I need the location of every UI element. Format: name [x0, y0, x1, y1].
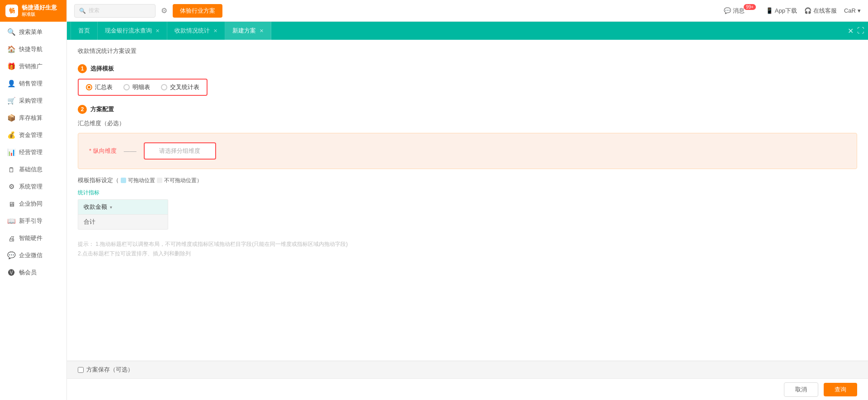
settings-icon[interactable]: ⚙ — [161, 6, 167, 15]
sidebar-item-operations[interactable]: 📊 经营管理 — [0, 144, 66, 161]
tab-home-label: 首页 — [78, 27, 90, 35]
tab-bank-flow-close[interactable]: ✕ — [156, 28, 160, 34]
main-area: 🔍 搜索 ⚙ 体验行业方案 💬 消息 99+ 📱 App下载 🎧 在线客服 Ca… — [67, 0, 868, 400]
sidebar-item-label: 搜索菜单 — [19, 28, 42, 36]
row-dimension-label: * 纵向维度 — [89, 147, 117, 155]
cancel-button[interactable]: 取消 — [784, 382, 818, 397]
sidebar-item-label: 销售管理 — [19, 80, 42, 88]
top-header: 🔍 搜索 ⚙ 体验行业方案 💬 消息 99+ 📱 App下载 🎧 在线客服 Ca… — [67, 0, 868, 22]
radio-detail-label: 明细表 — [132, 83, 150, 91]
sidebar-item-label: 营销推广 — [19, 62, 42, 71]
sidebar: 畅 畅捷通好生意 标准版 🔍 搜索菜单 🏠 快捷导航 🎁 营销推广 👤 销售管理… — [0, 0, 67, 400]
tab-collection-stats[interactable]: 收款情况统计 ✕ — [167, 22, 225, 40]
step1-header: 1 选择模板 — [78, 64, 857, 73]
radio-detail-dot — [123, 84, 130, 90]
radio-cross-label: 交叉统计表 — [170, 83, 199, 91]
fixed-legend-label: 不可拖动位置） — [164, 177, 202, 184]
indicator-table-row: 合计 — [78, 215, 168, 229]
download-label: App下载 — [775, 7, 797, 15]
sidebar-item-member[interactable]: 🅥 畅会员 — [0, 264, 66, 281]
dimension-arrow: —— — [124, 147, 137, 155]
headset-icon: 🎧 — [804, 7, 811, 14]
radio-detail[interactable]: 明细表 — [123, 83, 150, 91]
indicator-table-header[interactable]: 收款金额 ▾ — [78, 200, 168, 215]
service-label: 在线客服 — [813, 7, 837, 15]
sidebar-item-hardware[interactable]: 🖨 智能硬件 — [0, 230, 66, 247]
sidebar-logo: 畅 畅捷通好生意 标准版 — [0, 0, 66, 22]
header-right: 💬 消息 99+ 📱 App下载 🎧 在线客服 CaR ▾ — [724, 7, 861, 15]
tips-section: 提示： 1.拖动标题栏可以调整布局，不可跨维度或指标区域拖动栏目字段(只能在同一… — [78, 240, 857, 258]
tip-1: 提示： 1.拖动标题栏可以调整布局，不可跨维度或指标区域拖动栏目字段(只能在同一… — [78, 240, 857, 248]
radio-summary-label: 汇总表 — [95, 83, 113, 91]
query-button[interactable]: 查询 — [824, 383, 857, 396]
save-checkbox-text: 方案保存（可选） — [86, 366, 133, 374]
sidebar-item-base-info[interactable]: 🗒 基础信息 — [0, 161, 66, 178]
draggable-legend-label: 可拖动位置 — [128, 177, 155, 184]
search-placeholder: 搜索 — [89, 7, 99, 14]
top-search-box[interactable]: 🔍 搜索 — [74, 4, 156, 18]
sidebar-item-guide[interactable]: 📖 新手引导 — [0, 212, 66, 230]
tab-bank-flow[interactable]: 现金银行流水查询 ✕ — [98, 22, 167, 40]
printer-icon: 🖨 — [7, 235, 15, 242]
sidebar-item-enterprise[interactable]: 🖥 企业协同 — [0, 195, 66, 212]
sidebar-item-wechat[interactable]: 💬 企业微信 — [0, 247, 66, 264]
sidebar-item-label: 畅会员 — [19, 268, 37, 277]
message-badge: 99+ — [744, 4, 756, 10]
search-menu-icon: 🔍 — [7, 28, 15, 36]
draggable-legend-dot — [121, 178, 126, 183]
radio-summary[interactable]: 汇总表 — [86, 83, 113, 91]
dimension-select-btn[interactable]: 请选择分组维度 — [144, 142, 216, 160]
tab-collection-stats-label: 收款情况统计 — [175, 27, 210, 35]
step1-badge: 1 — [78, 64, 87, 73]
sidebar-item-marketing[interactable]: 🎁 营销推广 — [0, 58, 66, 75]
book-icon: 📖 — [7, 217, 15, 225]
radio-summary-dot — [86, 84, 92, 90]
tab-new-plan[interactable]: 新建方案 ✕ — [225, 22, 271, 40]
sidebar-item-system[interactable]: ⚙ 系统管理 — [0, 178, 66, 195]
tab-home[interactable]: 首页 — [71, 22, 98, 40]
chat-icon: 💬 — [7, 251, 15, 259]
tab-maximize-icon[interactable]: ⛶ — [857, 27, 864, 35]
gear-icon: ⚙ — [7, 183, 15, 191]
bottom-bar: 方案保存（可选） — [67, 361, 868, 378]
box-icon: 📦 — [7, 114, 15, 122]
service-item[interactable]: 🎧 在线客服 — [804, 7, 837, 15]
sidebar-item-search-menu[interactable]: 🔍 搜索菜单 — [0, 24, 66, 41]
save-checkbox-label[interactable]: 方案保存（可选） — [78, 366, 133, 374]
message-item[interactable]: 💬 消息 99+ — [724, 7, 759, 15]
trial-btn[interactable]: 体验行业方案 — [173, 4, 222, 18]
sidebar-item-label: 系统管理 — [19, 183, 42, 191]
step2-title: 方案配置 — [90, 105, 114, 113]
tab-close-all-icon[interactable]: ✕ — [848, 27, 854, 35]
logo-icon: 畅 — [5, 5, 18, 17]
sidebar-item-label: 经营管理 — [19, 148, 42, 156]
sidebar-item-purchase[interactable]: 🛒 采购管理 — [0, 92, 66, 109]
message-label: 消息 — [733, 7, 745, 15]
page-title: 收款情况统计方案设置 — [78, 47, 857, 55]
indicator-table: 收款金额 ▾ 合计 — [78, 199, 168, 230]
sidebar-item-quick-nav[interactable]: 🏠 快捷导航 — [0, 41, 66, 58]
user-name-item[interactable]: CaR ▾ — [844, 7, 861, 14]
step2-header: 2 方案配置 — [78, 105, 857, 114]
tab-new-plan-close[interactable]: ✕ — [259, 28, 264, 34]
home-icon: 🏠 — [7, 45, 15, 53]
download-item[interactable]: 📱 App下载 — [766, 7, 797, 15]
sidebar-item-label: 企业微信 — [19, 251, 42, 259]
sidebar-item-inventory[interactable]: 📦 库存核算 — [0, 109, 66, 127]
monitor-icon: 🖥 — [7, 200, 15, 208]
indicator-legend-row: 模板指标设定（ 可拖动位置 不可拖动位置） — [78, 176, 857, 184]
money-icon: 💰 — [7, 131, 15, 139]
user-name: CaR — [844, 7, 856, 14]
sidebar-item-sales[interactable]: 👤 销售管理 — [0, 75, 66, 92]
step1-title: 选择模板 — [90, 65, 114, 73]
sidebar-item-capital[interactable]: 💰 资金管理 — [0, 127, 66, 144]
save-checkbox-input[interactable] — [78, 367, 84, 373]
logo-text: 畅捷通好生意 标准版 — [22, 4, 57, 18]
radio-cross[interactable]: 交叉统计表 — [161, 83, 199, 91]
config-section: 汇总维度（必选） * 纵向维度 —— 请选择分组维度 模板指标设定（ — [78, 119, 857, 230]
radio-cross-dot — [161, 84, 167, 90]
tab-collection-stats-close[interactable]: ✕ — [213, 28, 217, 34]
sidebar-nav: 🔍 搜索菜单 🏠 快捷导航 🎁 营销推广 👤 销售管理 🛒 采购管理 📦 库存核… — [0, 22, 66, 400]
member-icon: 🅥 — [7, 269, 15, 277]
indicator-dropdown-arrow[interactable]: ▾ — [110, 205, 112, 210]
